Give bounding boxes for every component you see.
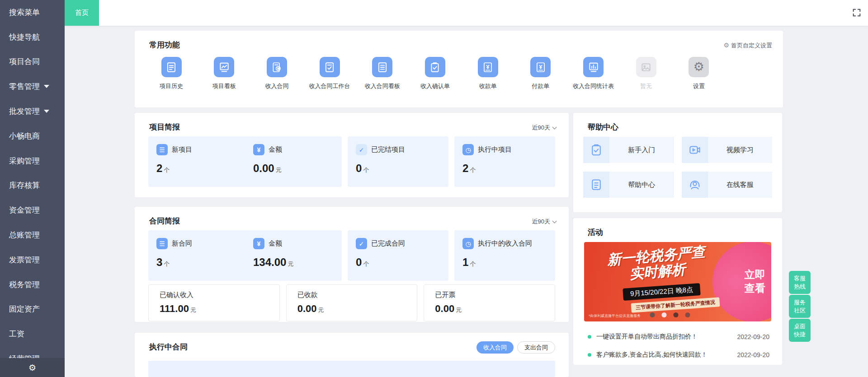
stat-value: 0 [356,256,362,268]
news-item[interactable]: 客户账款多,资金占比高,如何快速回款！ 2022-09-20 [588,348,769,362]
stat-unit: 个 [164,167,170,173]
expense-contract-button[interactable]: 支出合同 [517,341,555,354]
service-community-button[interactable]: 服务社区 [789,295,811,318]
help-center-title: 帮助中心 [588,122,618,132]
clock-icon: ◷ [462,144,474,155]
sidebar-item-label: 固定资产 [9,304,40,314]
qf-label: 收入合同 [265,82,288,90]
sidebar-item-retail-mgmt[interactable]: 零售管理 [0,74,65,99]
document-check-icon [320,57,340,77]
sidebar-item-invoice-mgmt[interactable]: 发票管理 [0,247,65,272]
stat-card: ☰新合同 3个 ¥金额 134.00元 [148,230,342,281]
tab-home[interactable]: 首页 [65,0,99,26]
news-item[interactable]: 一键设置开单自动带出商品折扣价！ 2022-09-20 [588,330,769,344]
sidebar-item-label: 零售管理 [9,81,40,92]
chevron-down-icon [44,85,49,88]
sidebar-item-fixed-assets[interactable]: 固定资产 [0,297,65,322]
qf-item-income-confirmation[interactable]: 收入确认单 [410,57,460,90]
qf-label: 收入确认单 [420,82,450,90]
sidebar-item-wholesale-mgmt[interactable]: 批发管理 [0,99,65,124]
help-item-video-learning[interactable]: 视频学习 [682,137,773,163]
qf-label: 收入合同看板 [365,82,400,90]
check-icon: ✓ [356,144,367,155]
banner-disclaimer: *由保利威直播平台提供直播服务 [589,313,641,318]
image-placeholder-icon [636,57,656,77]
qf-item-project-board[interactable]: 项目看板 [199,57,250,90]
gear-icon: ⚙ [689,57,709,77]
contract-type-toggle: 收入合同 支出合同 [476,341,555,354]
sidebar-item-general-ledger[interactable]: 总账管理 [0,223,65,247]
banner-cta-button[interactable]: 立即查看 [744,268,766,295]
contract-brief-title: 合同简报 [149,216,180,226]
sidebar: 搜索菜单 快捷导航 项目合同 零售管理 批发管理 小畅电商 采购管理 库存核算 … [0,0,65,377]
summary-label: 已收款 [297,291,417,299]
sidebar-item-label: 总账管理 [9,230,40,240]
help-center-card: 帮助中心 新手入门 视频学习 帮助中心 在线客服 [573,113,782,212]
sidebar-item-payroll[interactable]: 工资 [0,321,65,346]
pill-label: 收入合同 [483,344,507,352]
project-brief-range-select[interactable]: 近90天 [532,124,556,132]
qf-label: 暂无 [640,82,652,90]
bullet-dot-icon [588,353,591,357]
headset-icon [682,172,708,198]
help-item-getting-started[interactable]: 新手入门 [583,137,674,163]
summary-label: 已确认收入 [160,291,279,299]
help-item-online-service[interactable]: 在线客服 [682,172,773,198]
stat-card: ✓已完结项目 0个 [348,136,448,187]
bullet-dot-icon [588,335,591,339]
yen-icon: ¥ [253,238,264,249]
home-customize-settings-link[interactable]: ⚙首页自定义设置 [723,42,772,50]
sidebar-item-label: 采购管理 [9,156,40,166]
qf-item-empty[interactable]: 暂无 [621,57,671,90]
stat-card: ◷执行中的收入合同 1个 [454,230,555,281]
qf-label: 收入合同统计表 [573,82,614,90]
stat-card: ☰新项目 2个 ¥金额 0.00元 [148,136,342,187]
qf-item-payment-bill[interactable]: 付款单 [515,57,566,90]
sidebar-item-inventory-accounting[interactable]: 库存核算 [0,173,65,198]
summary-confirmed-income: 已确认收入 111.00元 [148,284,280,321]
stat-executing-income-contracts: ◷执行中的收入合同 1个 [462,238,532,281]
floating-side-buttons: 客服热线 服务社区 桌面快捷 [789,271,811,342]
stat-new-contracts: ☰新合同 3个 [156,238,253,281]
sidebar-item-purchase-mgmt[interactable]: 采购管理 [0,149,65,173]
carousel-dot[interactable] [650,312,655,317]
video-camera-icon [682,137,708,163]
qf-label: 设置 [693,82,705,90]
qf-item-income-contract-board[interactable]: 收入合同看板 [357,57,408,90]
stat-unit: 个 [363,261,369,267]
carousel-dot[interactable] [674,312,679,317]
fullscreen-icon[interactable] [852,8,862,18]
sidebar-item-project-contract[interactable]: 项目合同 [0,50,65,74]
sidebar-item-label: 小畅电商 [9,131,40,141]
sidebar-item-funds-mgmt[interactable]: 资金管理 [0,198,65,223]
qf-item-income-contract-workbench[interactable]: 收入合同工作台 [304,57,355,90]
qf-item-project-history[interactable]: 项目历史 [146,57,197,90]
stat-contract-amount: ¥金额 134.00元 [253,238,293,281]
activity-banner[interactable]: 新一轮税务严查 实时解析 9月15/20/22日 晚8点 三节课带你了解新一轮税… [584,242,771,321]
help-item-label: 视频学习 [708,137,773,163]
contract-brief-range-select[interactable]: 近90天 [532,218,556,226]
income-contract-button[interactable]: 收入合同 [476,341,514,354]
help-item-help-center[interactable]: 帮助中心 [583,172,674,198]
sidebar-settings-button[interactable]: ⚙ [0,358,65,377]
side-button-label: 服务社区 [794,298,806,314]
news-date: 2022-09-20 [737,333,769,340]
sidebar-item-quick-nav[interactable]: 快捷导航 [0,25,65,50]
qf-item-income-contract[interactable]: 收入合同 [251,57,302,90]
sidebar-item-ecommerce[interactable]: 小畅电商 [0,124,65,149]
qf-label: 收入合同工作台 [309,82,350,90]
stat-value: 2 [462,162,468,174]
qf-item-receipt-bill[interactable]: 收款单 [462,57,513,90]
sidebar-item-search-menu[interactable]: 搜索菜单 [0,0,65,25]
carousel-dot[interactable] [685,312,690,317]
project-brief-stats: ☰新项目 2个 ¥金额 0.00元 ✓已完结项目 0个 ◷执行中项目 2个 [148,136,555,187]
qf-item-settings[interactable]: ⚙ 设置 [674,57,724,90]
stat-value: 0 [356,162,362,174]
sidebar-item-label: 工资 [9,329,24,339]
help-grid: 新手入门 视频学习 帮助中心 在线客服 [583,137,772,198]
carousel-dot-active[interactable] [662,312,667,317]
sidebar-item-tax-mgmt[interactable]: 税务管理 [0,272,65,297]
qf-item-income-contract-report[interactable]: 收入合同统计表 [568,57,619,90]
service-hotline-button[interactable]: 客服热线 [789,271,811,294]
desktop-shortcut-button[interactable]: 桌面快捷 [789,319,811,342]
